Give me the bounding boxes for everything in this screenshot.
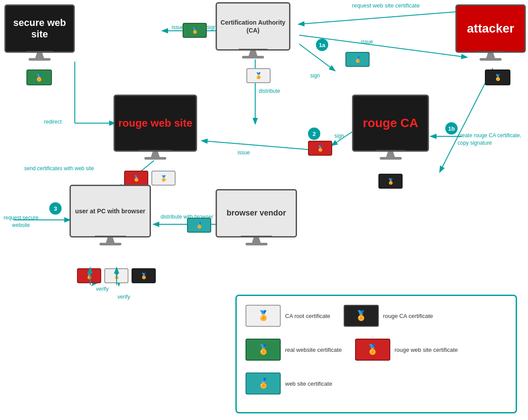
rouge-ca-stand: [386, 152, 395, 157]
browser-vendor-monitor: browser vendor: [216, 189, 297, 245]
num-2-label: 2: [312, 131, 315, 137]
legend-rouge-ca-cert: 🏅: [344, 305, 379, 327]
legend-ca-root-cert: 🏅: [246, 305, 281, 327]
user-dark-cert: 🏅: [132, 268, 156, 283]
legend-website-cert: 🏅 web site certificate: [246, 373, 332, 394]
user-red-cert: 🏅: [77, 268, 101, 283]
number-2: 2: [308, 128, 320, 140]
attacker-stand: [486, 53, 495, 58]
browser-vendor-cert: 🏅: [187, 218, 211, 233]
verify-2-label: verify: [117, 294, 130, 300]
sign-label-top: sign: [207, 24, 216, 30]
distribute-label: distribute: [259, 88, 280, 94]
legend-rouge-ca: 🏅 rouge CA certificate: [344, 305, 433, 327]
browser-vendor-screen: browser vendor: [216, 189, 297, 237]
user-pc-stand: [106, 237, 115, 243]
svg-line-7: [202, 141, 308, 150]
send-certs-label: send certificates with web site: [24, 165, 94, 172]
svg-line-0: [299, 11, 466, 24]
rouge-ca-base: [380, 157, 402, 160]
green-cert-top: 🏅: [183, 23, 207, 38]
sign-2-label: sign: [334, 133, 344, 139]
rouge-site-screen: rouge web site: [114, 95, 197, 152]
number-3: 3: [49, 202, 62, 215]
issue-label-top: issue: [172, 24, 184, 30]
user-pc-base: [99, 243, 121, 245]
monitor-base: [29, 58, 51, 61]
issued-cert-1a: 🏅: [345, 52, 370, 67]
ca-label: Certification Authority (CA): [217, 18, 289, 34]
attacker-cert: 🏅: [485, 69, 510, 85]
ca-monitor: Certification Authority (CA): [216, 2, 290, 58]
legend-real-website-label: real website certificate: [285, 347, 342, 353]
legend-ca-root-label: CA root certificate: [285, 313, 330, 319]
user-pc-label: user at PC with browser: [75, 207, 145, 215]
diagram: secure web site 🏅 Certification Authorit…: [0, 0, 528, 420]
rouge-ca-screen: rouge CA: [352, 95, 429, 152]
user-pc-screen: user at PC with browser: [70, 185, 151, 237]
number-1b: 1b: [445, 122, 458, 135]
legend-rouge-ca-label: rouge CA certificate: [383, 313, 433, 319]
redirect-label: redirect: [44, 119, 62, 125]
ca-stand: [249, 51, 257, 56]
legend-rouge-website-cert: 🏅: [355, 339, 390, 361]
browser-vendor-label: browser vendor: [227, 208, 286, 218]
attacker-screen: attacker: [455, 4, 526, 53]
num-3-label: 3: [54, 205, 57, 212]
user-pc-monitor: user at PC with browser: [70, 185, 151, 245]
legend-box: 🏅 CA root certificate 🏅 rouge CA certifi…: [235, 295, 517, 413]
num-1a-label: 1a: [319, 42, 325, 48]
legend-website-cert-label: web site certificate: [285, 380, 332, 387]
issue-2-label: issue: [238, 150, 250, 156]
attacker-label: attacker: [467, 22, 514, 36]
ca-base: [242, 56, 264, 58]
request-cert-label: request web site certificate: [352, 2, 420, 9]
issue-1a-label: issue: [361, 39, 373, 45]
rouge-site-monitor: rouge web site: [114, 95, 197, 160]
rouge-ca-monitor: rouge CA: [352, 95, 429, 160]
rouge-site-label: rouge web site: [118, 117, 192, 130]
rouge-site-stand: [151, 152, 160, 157]
rouge-site-base: [144, 157, 166, 160]
legend-rouge-website: 🏅 rouge web site certificate: [355, 339, 458, 361]
verify-1-label: verify: [96, 286, 109, 292]
secure-site-monitor: secure web site: [4, 4, 75, 61]
ca-screen: Certification Authority (CA): [216, 2, 290, 51]
browser-vendor-stand: [252, 237, 261, 243]
legend-real-website: 🏅 real website certificate: [246, 339, 342, 361]
sign-1a-label: sign: [310, 73, 320, 79]
legend-rouge-website-label: rouge web site certificate: [395, 347, 458, 353]
legend-website-cert-badge: 🏅: [246, 373, 281, 394]
attacker-monitor: attacker: [455, 4, 526, 61]
create-rouge-ca-label: create rouge CA certificate, copy signat…: [458, 132, 526, 147]
num-1b-label: 1b: [448, 125, 455, 132]
rouge-web-cert-2: 🏅: [308, 141, 332, 156]
secure-site-cert: 🏅: [26, 69, 52, 85]
ca-cert-badge: 🏅: [246, 68, 271, 83]
user-white-cert: 🏅: [104, 268, 128, 283]
secure-site-screen: secure web site: [4, 4, 75, 53]
secure-site-label: secure web site: [6, 17, 73, 40]
number-1a: 1a: [316, 39, 328, 51]
browser-vendor-base: [246, 243, 268, 245]
rouge-site-white-cert: 🏅: [151, 171, 176, 186]
rouge-site-red-cert: 🏅: [124, 171, 148, 186]
attacker-base: [480, 58, 502, 61]
rouge-ca-cert-badge: 🏅: [378, 174, 403, 189]
rouge-ca-label: rouge CA: [363, 116, 418, 131]
legend-real-website-cert: 🏅: [246, 339, 281, 361]
monitor-stand: [35, 53, 44, 58]
request-secure-label: request securewebsite: [4, 214, 38, 229]
legend-ca-root: 🏅 CA root certificate: [246, 305, 330, 327]
